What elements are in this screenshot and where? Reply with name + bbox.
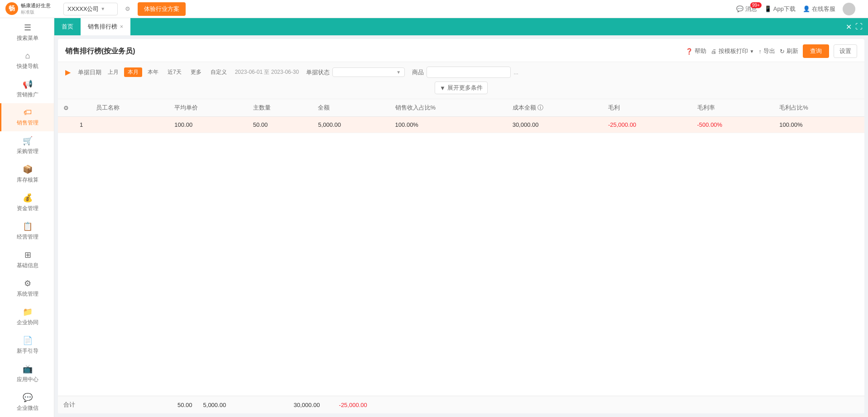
sidebar-item-quick-nav[interactable]: ⌂ 快捷导航 <box>0 47 54 75</box>
maximize-icon[interactable]: ⛶ <box>855 23 863 31</box>
row-qty: 50.00 <box>248 117 313 133</box>
row-rank: 1 <box>74 117 91 133</box>
basic-info-icon: ⊞ <box>24 250 31 260</box>
sidebar-item-inventory[interactable]: 📦 库存核算 <box>0 160 54 188</box>
tab-home-label: 首页 <box>62 23 73 31</box>
refresh-label: 刷新 <box>786 47 798 55</box>
filter-collapse-icon[interactable]: ▶ <box>65 68 71 77</box>
expand-conditions-button[interactable]: ▼ 展开更多条件 <box>435 81 488 94</box>
footer-qty <box>100 402 172 408</box>
filter-expand-row: ▼ 展开更多条件 <box>65 81 857 94</box>
column-settings-icon[interactable]: ⚙ <box>63 105 69 111</box>
msg-badge: 99+ <box>750 2 762 8</box>
sidebar-item-finance[interactable]: 💰 资金管理 <box>0 188 54 217</box>
status-select[interactable]: ▼ <box>332 67 405 77</box>
status-filter: 单据状态 ▼ <box>306 67 405 77</box>
logo-text-block: 畅康通好生意 标准版 <box>21 2 51 15</box>
col-profit: 毛利 <box>603 99 692 117</box>
trial-button[interactable]: 体验行业方案 <box>138 2 186 16</box>
goods-more-btn[interactable]: ... <box>513 69 518 76</box>
refresh-button[interactable]: ↻ 刷新 <box>780 47 798 55</box>
goods-search-input[interactable] <box>427 67 511 78</box>
table-footer: 合计 50.00 5,000.00 30,000.00 -25,000.00 <box>58 396 864 413</box>
tab-sales-ranking[interactable]: 销售排行榜 × <box>81 18 130 35</box>
export-button[interactable]: ↑ 导出 <box>759 47 776 55</box>
expand-conditions-label: 展开更多条件 <box>447 84 483 92</box>
date-tab-this-year[interactable]: 本年 <box>144 67 162 77</box>
finance-icon: 💰 <box>23 193 33 203</box>
goods-filter-label: 商品 <box>412 68 424 77</box>
marketing-icon: 📢 <box>23 79 33 89</box>
online-service-button[interactable]: 👤 在线客服 <box>803 5 835 13</box>
page-content: 销售排行榜(按业务员) ❓ 帮助 🖨 按模板打印 ▼ ↑ 导出 <box>58 39 864 413</box>
msg-icon: 💬 <box>736 5 743 12</box>
query-button[interactable]: 查询 <box>803 44 829 58</box>
topbar-gear-button[interactable]: ⚙ <box>121 3 134 15</box>
data-table: ⚙ 员工名称 平均单价 主数量 <box>58 99 864 133</box>
company-dropdown-arrow: ▼ <box>101 6 105 11</box>
page-title: 销售排行榜(按业务员) <box>65 47 135 56</box>
row-settings-col <box>58 117 74 133</box>
sidebar-item-appstore[interactable]: 📺 应用中心 <box>0 359 54 388</box>
date-range-text: 2023-06-01 至 2023-06-30 <box>235 68 299 76</box>
content-area: 首页 销售排行榜 × ✕ ⛶ 销售排行榜(按业务员) ❓ 帮助 <box>54 18 868 417</box>
company-selector[interactable]: XXXXX公司 ▼ <box>63 3 118 15</box>
appstore-icon: 📺 <box>23 364 33 374</box>
sidebar-item-guide[interactable]: 📄 新手引导 <box>0 331 54 359</box>
search-order-icon: ☰ <box>24 23 31 33</box>
sidebar-item-appstore-label: 应用中心 <box>17 376 38 383</box>
footer-total-label: 合计 <box>63 401 100 409</box>
col-settings[interactable]: ⚙ <box>58 99 74 117</box>
row-profit-rate: -500.00% <box>692 117 774 133</box>
sidebar-item-marketing[interactable]: 📢 营销推广 <box>0 75 54 103</box>
user-avatar[interactable] <box>843 3 855 15</box>
settings-button[interactable]: 设置 <box>834 44 857 58</box>
expand-arrow-icon: ▼ <box>440 85 446 91</box>
sidebar-item-sales[interactable]: 🏷 销售管理 <box>0 103 54 131</box>
logo-line2: 标准版 <box>21 9 51 15</box>
export-icon: ↑ <box>759 48 762 55</box>
message-button[interactable]: 💬 消息 99+ <box>736 5 757 13</box>
tab-close-icon[interactable]: × <box>120 24 123 30</box>
filter-bar: ▶ 单据日期 上月 本月 本年 近7天 更多 自定义 2023-06-01 至 … <box>58 62 864 99</box>
date-tab-custom[interactable]: 自定义 <box>207 67 230 77</box>
status-select-arrow: ▼ <box>396 70 401 75</box>
table-row: 1 100.00 50.00 5,000.00 100.00% 30,000.0… <box>58 117 864 133</box>
sidebar-item-search-order-label: 搜索菜单 <box>17 34 38 42</box>
sidebar-item-system[interactable]: ⚙ 系统管理 <box>0 274 54 302</box>
topbar-right: 💬 消息 99+ 📱 App下载 👤 在线客服 <box>736 3 863 15</box>
guide-icon: 📄 <box>23 336 33 345</box>
app-label: App下载 <box>773 5 796 13</box>
footer-cells: 50.00 5,000.00 30,000.00 -25,000.00 <box>100 402 859 408</box>
help-button[interactable]: ❓ 帮助 <box>686 47 706 55</box>
app-download-button[interactable]: 📱 App下载 <box>764 5 796 13</box>
sidebar-item-wechat[interactable]: 💬 企业微信 <box>0 388 54 417</box>
col-cost: 成本全额 ⓘ <box>507 99 603 117</box>
tab-home[interactable]: 首页 <box>54 18 81 35</box>
sidebar-item-enterprise[interactable]: 📁 企业协同 <box>0 302 54 331</box>
template-print-label: 按模板打印 <box>719 47 748 55</box>
tab-bar: 首页 销售排行榜 × ✕ ⛶ <box>54 18 868 35</box>
footer-profit-val: -25,000.00 <box>334 402 373 408</box>
date-tab-last-month[interactable]: 上月 <box>104 67 122 77</box>
date-tab-more[interactable]: 更多 <box>187 67 205 77</box>
date-tab-7days[interactable]: 近7天 <box>164 67 185 77</box>
date-filter-label: 单据日期 <box>78 68 101 77</box>
row-profit-pct: 100.00% <box>774 117 864 133</box>
sidebar-item-inventory-label: 库存核算 <box>17 176 38 184</box>
sidebar-item-search-order[interactable]: ☰ 搜索菜单 <box>0 18 54 47</box>
help-label: 帮助 <box>695 47 706 55</box>
sidebar-item-basic-info[interactable]: ⊞ 基础信息 <box>0 245 54 274</box>
sales-icon: 🏷 <box>24 108 32 117</box>
date-tab-this-month[interactable]: 本月 <box>124 67 142 77</box>
close-window-icon[interactable]: ✕ <box>846 23 852 31</box>
sidebar-item-quick-nav-label: 快捷导航 <box>17 62 38 70</box>
system-icon: ⚙ <box>24 278 31 288</box>
template-print-button[interactable]: 🖨 按模板打印 ▼ <box>711 47 754 55</box>
row-cost: 30,000.00 <box>507 117 603 133</box>
wechat-icon: 💬 <box>23 393 33 403</box>
row-sales-pct: 100.00% <box>390 117 507 133</box>
sidebar-item-operations[interactable]: 📋 经营管理 <box>0 217 54 245</box>
logo-icon: 畅 <box>5 2 18 15</box>
sidebar-item-purchase[interactable]: 🛒 采购管理 <box>0 131 54 160</box>
